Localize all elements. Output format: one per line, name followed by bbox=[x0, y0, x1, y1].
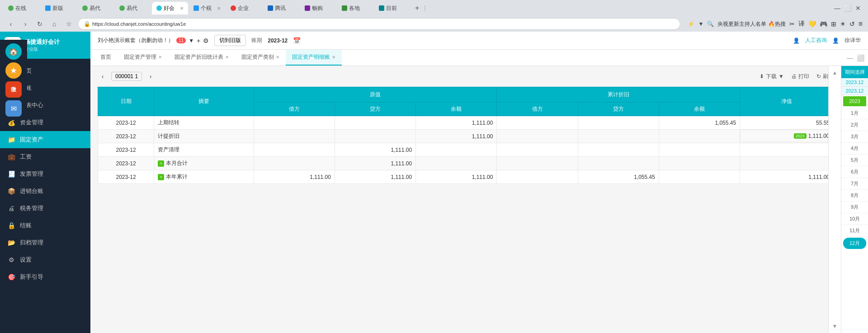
sidebar-quick-icon-home[interactable]: 🏠 bbox=[5, 43, 22, 60]
period-item-12[interactable]: 12月 bbox=[843, 238, 866, 249]
row5-date: 2023-12 bbox=[98, 170, 154, 184]
browser-tab-yidai2[interactable]: 易代 bbox=[115, 2, 151, 14]
download-dropdown-icon[interactable]: ▼ bbox=[778, 73, 784, 80]
period-item-2023[interactable]: 2023 bbox=[843, 96, 866, 107]
url-input[interactable]: 🔒 https://cloud.chanjet.com/accounting/u… bbox=[78, 18, 680, 30]
sidebar-quick-icon-star[interactable]: ★ bbox=[5, 62, 22, 79]
sidebar-item-closing[interactable]: 🔒 结账 bbox=[0, 217, 90, 234]
period-item-8[interactable]: 8月 bbox=[841, 190, 868, 202]
close-button[interactable]: ✕ bbox=[855, 5, 861, 12]
browser-tab-qiye[interactable]: 企业 bbox=[226, 2, 262, 14]
browser-tab-online[interactable]: 在线 bbox=[4, 2, 40, 14]
tab-close-fixed-asset-mgmt[interactable]: ✕ bbox=[158, 55, 162, 60]
browser-tab-gedi[interactable]: 各地 bbox=[337, 2, 373, 14]
row5-accum-debit bbox=[497, 170, 578, 184]
period-item-6[interactable]: 6月 bbox=[841, 166, 868, 178]
tab-fixed-asset-mgmt[interactable]: 固定资产管理 ✕ bbox=[118, 50, 168, 66]
browser-tab-yidai1[interactable]: 易代 bbox=[78, 2, 114, 14]
browser-dropdown-icon[interactable]: ▼ bbox=[698, 21, 703, 27]
reload-button[interactable]: ↻ bbox=[34, 19, 45, 29]
browser-tab-muqian[interactable]: 目前 bbox=[374, 2, 410, 14]
help-label[interactable]: 人工咨询 bbox=[805, 37, 827, 44]
sidebar-item-invoice[interactable]: 🧾 发票管理 bbox=[0, 165, 90, 183]
browser-tab-bar: 在线 新版 易代 易代 好会 ✕ 个税 ✕ 企业 腾讯 bbox=[0, 0, 868, 16]
tab-close-detail[interactable]: ✕ bbox=[332, 55, 335, 60]
sidebar-quick-icon-mail[interactable]: ✉ bbox=[5, 100, 22, 117]
scroll-up-icon[interactable]: ▲ bbox=[832, 70, 838, 76]
browser-tab-tengxun[interactable]: 腾讯 bbox=[263, 2, 299, 14]
sidebar-item-fixed-assets[interactable]: 📁 固定资产 bbox=[0, 131, 90, 148]
new-tab-button[interactable]: + bbox=[415, 4, 419, 12]
prev-page-button[interactable]: ‹ bbox=[98, 71, 108, 81]
tab-home[interactable]: 首页 bbox=[94, 50, 118, 66]
sidebar-item-salary[interactable]: 💼 工资 bbox=[0, 148, 90, 165]
col-original-debit: 借方 bbox=[254, 103, 335, 116]
sidebar-item-settings[interactable]: ⚙ 设置 bbox=[0, 251, 90, 268]
bookmark-button[interactable]: ☆ bbox=[63, 19, 74, 29]
translate-icon[interactable]: 译 bbox=[798, 20, 805, 28]
settings-small-icon[interactable]: ⚙ bbox=[203, 37, 209, 44]
row4-accum-debit bbox=[497, 157, 578, 170]
menu-icon[interactable]: ≡ bbox=[859, 20, 863, 28]
period-item-9[interactable]: 9月 bbox=[841, 202, 868, 213]
tab-depreciation-stats[interactable]: 固定资产折旧统计表 ✕ bbox=[168, 50, 235, 66]
wallet-icon[interactable]: 💛 bbox=[808, 20, 816, 28]
browser-tab-haohui[interactable]: 好会 ✕ bbox=[152, 2, 188, 14]
sidebar-item-purchase-sales[interactable]: 📦 进销台账 bbox=[0, 183, 90, 200]
tab-menu-icon[interactable]: ⋮ bbox=[422, 5, 428, 12]
history-icon[interactable]: ↺ bbox=[849, 20, 855, 28]
sidebar-item-guide[interactable]: 🎯 新手引导 bbox=[0, 268, 90, 286]
period-item-3[interactable]: 3月 bbox=[841, 131, 868, 143]
grid-icon[interactable]: ⊞ bbox=[831, 20, 836, 28]
search-icon: 🔍 bbox=[707, 21, 714, 27]
logo-main-text: 畅捷通好会计 bbox=[24, 38, 60, 46]
right-edge-panel: ▲ ▼ bbox=[828, 66, 841, 333]
dropdown-icon[interactable]: ▼ bbox=[189, 38, 194, 44]
sidebar-item-archive[interactable]: 📂 归档管理 bbox=[0, 234, 90, 251]
period-item-2[interactable]: 2月 bbox=[841, 119, 868, 131]
game-icon[interactable]: 🎮 bbox=[820, 20, 827, 28]
download-button[interactable]: ⬇ 下载 ▼ bbox=[760, 73, 784, 80]
period-item-4[interactable]: 4月 bbox=[841, 143, 868, 155]
tab-close-icon2[interactable]: ✕ bbox=[217, 6, 221, 11]
sidebar-quick-icon-weibo[interactable]: 微 bbox=[5, 81, 22, 98]
back-button[interactable]: ‹ bbox=[5, 19, 16, 29]
period-item-5[interactable]: 5月 bbox=[841, 155, 868, 166]
forward-button[interactable]: › bbox=[20, 19, 31, 29]
tab-fullscreen-icon[interactable]: ⬜ bbox=[857, 54, 864, 61]
period-edit-icon[interactable]: 📅 bbox=[293, 37, 301, 44]
browser-tab-new[interactable]: 新版 bbox=[41, 2, 77, 14]
period-item-1[interactable]: 1月 bbox=[841, 108, 868, 119]
tab-close-category[interactable]: ✕ bbox=[276, 55, 279, 60]
home-button[interactable]: ⌂ bbox=[49, 19, 60, 29]
row1-date: 2023-12 bbox=[98, 116, 154, 130]
tab-close-icon[interactable]: ✕ bbox=[180, 6, 184, 11]
switch-version-button[interactable]: 切到旧版 bbox=[214, 35, 246, 46]
tab-asset-category-label: 固定资产类别 bbox=[241, 53, 274, 61]
tab-asset-detail[interactable]: 固定资产明细账 ✕ bbox=[286, 50, 342, 66]
row3-accum-debit bbox=[497, 143, 578, 157]
print-button[interactable]: 🖨 打印 bbox=[791, 73, 809, 80]
tab-asset-category[interactable]: 固定资产类别 ✕ bbox=[235, 50, 286, 66]
sun-icon[interactable]: ☀ bbox=[840, 20, 846, 28]
col-date: 日期 bbox=[98, 87, 154, 116]
col-summary: 摘要 bbox=[154, 87, 254, 116]
row4-net bbox=[740, 157, 834, 170]
next-page-button[interactable]: › bbox=[146, 71, 156, 81]
scroll-down-icon[interactable]: ▼ bbox=[832, 323, 838, 329]
scissors-icon[interactable]: ✂ bbox=[789, 20, 795, 28]
archive-icon: 📂 bbox=[7, 239, 15, 247]
tab-close-depreciation[interactable]: ✕ bbox=[225, 55, 229, 60]
period-item-7[interactable]: 7月 bbox=[841, 178, 868, 190]
browser-tab-geshui[interactable]: 个税 ✕ bbox=[189, 2, 225, 14]
browser-tab-chang[interactable]: 畅购 bbox=[300, 2, 336, 14]
sidebar-item-tax[interactable]: 🖨 税务管理 bbox=[0, 200, 90, 217]
minimize-button[interactable]: — bbox=[834, 5, 840, 12]
add-account-button[interactable]: + bbox=[197, 37, 200, 44]
period-item-10[interactable]: 10月 bbox=[841, 213, 868, 225]
col-accumulated-depreciation: 累计折旧 bbox=[497, 87, 740, 103]
browser-extensions-icon[interactable]: ⚡ bbox=[688, 21, 694, 27]
period-item-11[interactable]: 11月 bbox=[841, 225, 868, 237]
tab-minimize-icon[interactable]: — bbox=[847, 54, 853, 61]
restore-button[interactable]: ⬜ bbox=[844, 5, 852, 12]
